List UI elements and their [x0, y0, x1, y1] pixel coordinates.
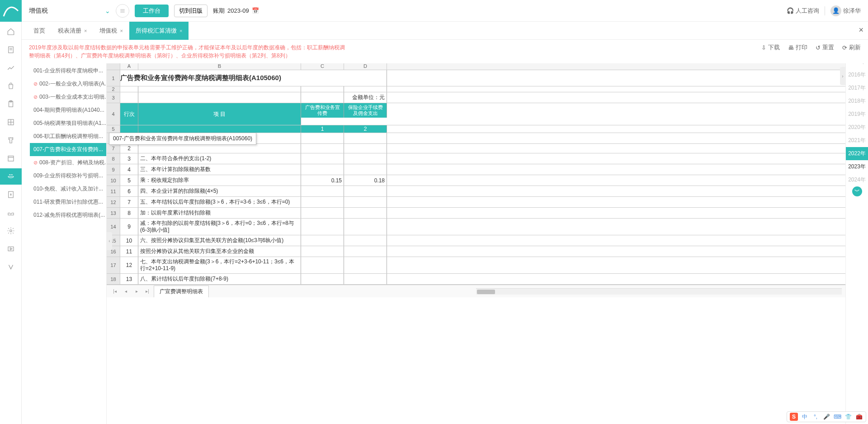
sheet-tab[interactable]: 广宣费调整明细表 — [154, 286, 209, 297]
user-menu[interactable]: 👤 徐泽华 — [830, 5, 861, 16]
cell[interactable]: 0.18 — [344, 175, 387, 186]
expand-right-panel-handle[interactable]: › — [840, 67, 845, 85]
cell[interactable] — [344, 186, 387, 196]
tab-税表清册[interactable]: 税表清册× — [52, 22, 93, 40]
form-list-item[interactable]: ⊘002-一般企业收入明细表(A... — [30, 77, 106, 91]
form-list-item[interactable]: 006-职工薪酬纳税调整明细... — [30, 130, 106, 143]
tab-增值税[interactable]: 增值税× — [93, 22, 129, 40]
cell[interactable]: 二、本年符合条件的支出(1-2) — [138, 153, 301, 164]
nav-video-icon[interactable] — [0, 241, 22, 257]
form-list-item[interactable]: 007-广告费和业务宣传费跨... — [30, 143, 106, 156]
cell[interactable]: 3 — [120, 153, 138, 164]
cell[interactable]: 七、本年支出纳税调整金额(3＞6，本行=2+3-6+10-11；3≤6，本行=2… — [138, 257, 301, 273]
form-list-item[interactable]: 012-减免所得税优惠明细表(... — [30, 209, 106, 222]
row-header[interactable]: 4 — [107, 103, 120, 125]
cell[interactable]: 10 — [120, 235, 138, 246]
row-header[interactable]: 10 — [107, 175, 120, 186]
cell[interactable] — [301, 246, 344, 257]
close-all-tabs-icon[interactable]: × — [859, 25, 863, 35]
nav-settings-icon[interactable] — [0, 223, 22, 239]
row-header[interactable]: 1 — [107, 70, 120, 86]
cell[interactable] — [301, 133, 344, 143]
scroll-down-icon[interactable]: ︾ — [852, 186, 862, 196]
cell[interactable] — [344, 164, 387, 175]
cell[interactable] — [138, 92, 301, 103]
row-header[interactable]: 2 — [107, 86, 120, 92]
cell[interactable]: 保险企业手续费及佣金支出 — [344, 103, 387, 118]
cell[interactable] — [301, 92, 344, 103]
cell[interactable] — [301, 274, 344, 284]
nav-bag-icon[interactable] — [0, 78, 22, 94]
nav-inbox-icon[interactable] — [0, 205, 22, 221]
nav-v-icon[interactable] — [0, 259, 22, 275]
year-option[interactable]: 2017年 — [846, 81, 868, 95]
tab-首页[interactable]: 首页 — [27, 22, 52, 40]
cell[interactable] — [301, 186, 344, 196]
cell[interactable]: 三、本年计算扣除限额的基数 — [138, 164, 301, 175]
list-toggle-button[interactable] — [116, 4, 129, 18]
nav-doc-icon[interactable] — [0, 42, 22, 58]
horizontal-scrollbar[interactable] — [476, 288, 842, 295]
row-header[interactable]: 13 — [107, 208, 120, 218]
cell[interactable]: 四、本企业计算的扣除限额(4×5) — [138, 186, 301, 196]
row-header[interactable]: 11 — [107, 186, 120, 196]
row-header[interactable]: 3 — [107, 92, 120, 103]
form-list-item[interactable]: 010-免税、减计收入及加计... — [30, 182, 106, 195]
switch-old-button[interactable]: 切到旧版 — [174, 5, 208, 17]
cell[interactable]: 五、本年结转以后年度扣除额(3＞6，本行=3-6；3≤6，本行=0) — [138, 197, 301, 207]
cell[interactable] — [301, 208, 344, 218]
close-icon[interactable]: × — [84, 28, 87, 33]
cell[interactable]: 加：以前年度累计结转扣除额 — [138, 208, 301, 218]
row-header[interactable]: 9 — [107, 164, 120, 175]
period-value[interactable]: 2023-09 — [227, 7, 249, 14]
ime-toolbar[interactable]: S 中 °, 🎤 ⌨ 👕 🧰 — [787, 411, 866, 422]
cell[interactable]: 9 — [120, 219, 138, 235]
cell[interactable] — [344, 153, 387, 164]
cell[interactable] — [138, 86, 301, 92]
cell[interactable] — [120, 86, 138, 92]
cell[interactable] — [344, 208, 387, 218]
form-list-item[interactable]: ⊘003-一般企业成本支出明细... — [30, 91, 106, 104]
support-link[interactable]: 🎧 人工咨询 — [787, 7, 819, 15]
ime-toolbox-icon[interactable]: 🧰 — [855, 413, 863, 421]
cell[interactable] — [301, 164, 344, 175]
year-option[interactable]: 2020年 — [846, 121, 868, 134]
cell[interactable] — [301, 86, 344, 92]
cell[interactable]: 项 目 — [138, 103, 301, 125]
year-option[interactable]: 2019年 — [846, 108, 868, 121]
nav-home-icon[interactable] — [0, 24, 22, 40]
cell[interactable] — [301, 153, 344, 164]
form-list-item[interactable]: 001-企业所得税年度纳税申... — [30, 64, 106, 77]
col-header-b[interactable]: B — [138, 62, 301, 70]
cell[interactable] — [344, 235, 387, 246]
cell[interactable]: 0.15 — [301, 175, 344, 186]
cell[interactable] — [301, 235, 344, 246]
year-option[interactable]: 2024年 — [846, 173, 868, 186]
cell[interactable]: 11 — [120, 246, 138, 257]
ime-skin-icon[interactable]: 👕 — [844, 413, 852, 421]
row-header[interactable]: 5 — [107, 125, 120, 133]
nav-calendar-icon[interactable] — [0, 150, 22, 167]
cell[interactable]: 六、按照分摊协议归集至其他关联方的金额(10≤3与6孰小值) — [138, 235, 301, 246]
cell[interactable]: 广告费和业务宣传费 — [301, 103, 344, 118]
col-header-a[interactable]: A — [120, 62, 138, 70]
cell[interactable]: 乘：税收规定扣除率 — [138, 175, 301, 186]
close-icon[interactable]: × — [179, 28, 182, 33]
cell[interactable] — [344, 257, 387, 273]
print-button[interactable]: 🖶打印 — [788, 43, 807, 52]
form-list-item[interactable]: 005-纳税调整项目明细表(A1... — [30, 117, 106, 130]
cell[interactable]: 2 — [120, 144, 138, 153]
sheet-nav-next-icon[interactable]: ▸ — [132, 289, 141, 294]
col-header-c[interactable]: C — [301, 62, 344, 70]
year-option[interactable]: 2018年 — [846, 95, 868, 108]
sheet-nav-prev-icon[interactable]: ◂ — [121, 289, 130, 294]
cell[interactable] — [138, 144, 301, 153]
cell[interactable]: 减：本年扣除的以前年度结转额[3＞6，本行=0；3≤6，本行=8与(6-3)孰小… — [138, 219, 301, 235]
cell[interactable] — [344, 144, 387, 153]
cell[interactable]: 八、累计结转以后年度扣除额(7+8-9) — [138, 274, 301, 284]
year-option[interactable]: 2022年 — [846, 147, 868, 160]
reset-button[interactable]: ↺重置 — [816, 43, 834, 52]
sheet-nav-first-icon[interactable]: |◂ — [110, 289, 119, 294]
cell[interactable] — [344, 197, 387, 207]
cell[interactable]: 8 — [120, 208, 138, 218]
